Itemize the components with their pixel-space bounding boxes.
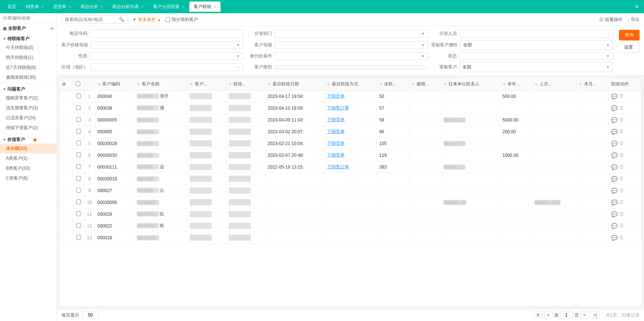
sidebar-item-hoarding-abnormal[interactable]: 囤购异常客户(2)	[0, 93, 57, 103]
row-last-method-cell[interactable]: 下销货单	[324, 138, 377, 149]
contact-chat-icon[interactable]: 💬	[611, 211, 617, 217]
current-page-input[interactable]	[560, 311, 573, 319]
row-checkbox-cell[interactable]	[73, 173, 84, 185]
customer-level-select[interactable]: ▼	[274, 41, 428, 49]
select-all-checkbox[interactable]	[75, 81, 80, 86]
col-this-month[interactable]: ⇅ 本月...	[577, 78, 609, 91]
col-last-contact-date[interactable]: ⇅ 最后联络日期	[265, 78, 324, 91]
contact-chat-icon[interactable]: 💬	[611, 176, 617, 182]
row-checkbox-cell[interactable]	[73, 185, 84, 197]
row-checkbox-cell[interactable]	[73, 126, 84, 138]
row-checkbox-cell[interactable]	[73, 102, 84, 114]
more-conditions-button[interactable]: ▼ 更多条件 ▲	[132, 17, 161, 23]
last-method-link[interactable]: 下销售订单	[327, 164, 349, 169]
first-page-button[interactable]: K	[534, 311, 543, 319]
col-customer-type[interactable]: ⇅ 客户...	[187, 78, 226, 91]
retail-attr-select[interactable]: 全部 ▼	[460, 40, 613, 50]
col-settings[interactable]: ⚙	[60, 78, 73, 91]
sidebar-item-class-b[interactable]: B类客户(33)	[0, 163, 57, 173]
row-checkbox-cell[interactable]	[73, 138, 84, 149]
sidebar-item-overdue-no-contact[interactable]: 逾期未联络(30)	[0, 73, 57, 82]
retail-customer-select[interactable]: 全部 ▼	[459, 62, 613, 72]
sidebar-item-churned[interactable]: 已流失客户(24)	[0, 113, 57, 123]
row-checkbox-cell[interactable]	[73, 220, 84, 232]
row-checkbox[interactable]	[76, 141, 81, 145]
contact-chat-icon[interactable]: 💬	[611, 188, 617, 194]
nature-select[interactable]: ▼	[89, 52, 243, 60]
sidebar-item-tomorrow-pending[interactable]: 明天待联络(1)	[0, 53, 57, 63]
sidebar-item-unclassified[interactable]: 未分组(32)	[0, 144, 57, 154]
contact-more-icon[interactable]: ⠿	[620, 176, 623, 182]
last-method-link[interactable]: 下销货单	[327, 129, 345, 134]
row-checkbox[interactable]	[76, 117, 81, 122]
next-page-button[interactable]: >	[580, 311, 589, 319]
contact-chat-icon[interactable]: 💬	[611, 141, 617, 147]
contact-more-icon[interactable]: ⠿	[620, 164, 623, 170]
row-checkbox-cell[interactable]	[73, 161, 84, 173]
last-page-button[interactable]: >|	[590, 311, 600, 319]
col-contact[interactable]: ⇅ 联络...	[226, 78, 265, 91]
tab-product-analysis-list-close[interactable]: ×	[141, 4, 143, 9]
col-customer-code[interactable]: ⇅ 客户编码	[95, 78, 135, 91]
col-no-contact-days[interactable]: ⇅ 未联...	[377, 78, 409, 91]
tab-product-analysis-close[interactable]: ×	[101, 4, 103, 9]
row-checkbox[interactable]	[76, 129, 81, 134]
last-method-link[interactable]: 下销货单	[327, 117, 345, 122]
sidebar-group-value[interactable]: ▼ 价值客户	[0, 135, 57, 144]
row-checkbox[interactable]	[76, 188, 81, 193]
row-last-method-cell[interactable]: 下销货单	[324, 126, 377, 138]
tab-customer-contact[interactable]: 客户联络 ×	[189, 1, 220, 12]
sidebar-item-declining[interactable]: 持续下滑客户(2)	[0, 123, 57, 133]
row-checkbox-cell[interactable]	[73, 232, 84, 244]
col-last-contact-method[interactable]: ⇅ 最后联络方式	[324, 78, 377, 91]
contact-more-icon[interactable]: ⠿	[620, 152, 623, 158]
contact-more-icon[interactable]: ⠿	[620, 105, 623, 111]
tab-sales[interactable]: 销售单 ×	[21, 1, 48, 12]
contact-more-icon[interactable]: ⠿	[620, 235, 623, 241]
row-checkbox-cell[interactable]	[73, 149, 84, 161]
row-checkbox[interactable]	[76, 164, 81, 169]
batch-operations-button[interactable]: ☑ 批量操作	[599, 17, 623, 23]
phone-input[interactable]	[89, 29, 243, 38]
row-last-method-cell[interactable]: 下销售订单	[324, 102, 377, 114]
contact-more-icon[interactable]: ⠿	[620, 188, 623, 194]
tab-home[interactable]: 首页	[3, 1, 21, 12]
tab-product-analysis[interactable]: 商品分析 ×	[76, 1, 107, 12]
contact-chat-icon[interactable]: 💬	[611, 105, 617, 111]
row-checkbox-cell[interactable]	[73, 197, 84, 208]
query-button[interactable]: 查询	[619, 30, 640, 40]
sidebar-group-pending[interactable]: ▼ 待联络客户	[0, 34, 57, 43]
row-last-method-cell[interactable]: 下销货单	[324, 114, 377, 126]
row-checkbox[interactable]	[76, 235, 81, 240]
col-last-month[interactable]: ⇅ 上月...	[532, 78, 576, 91]
contact-chat-icon[interactable]: 💬	[611, 164, 617, 170]
per-page-input[interactable]	[82, 311, 99, 319]
col-customer-name[interactable]: ⇅ 客户名称	[135, 78, 187, 91]
col-related-contacts[interactable]: ⇅ 往来单位联系人	[441, 78, 500, 91]
sidebar-item-churn-warning[interactable]: 流失预警客户(3)	[0, 103, 57, 113]
manager-select[interactable]: ···	[459, 30, 613, 38]
contact-more-icon[interactable]: ⠿	[620, 117, 623, 123]
row-last-method-cell[interactable]: 下销货单	[324, 149, 377, 161]
tab-customer-segment-close[interactable]: ×	[182, 4, 184, 9]
sidebar-item-7days-pending[interactable]: 近7天待联络(0)	[0, 63, 57, 73]
tab-sales-close[interactable]: ×	[41, 4, 43, 9]
export-button[interactable]: ↓ 导出	[627, 17, 640, 23]
tab-customer-segment[interactable]: 客户分层经客 ×	[149, 1, 189, 12]
last-method-link[interactable]: 下销货单	[327, 152, 345, 158]
contact-more-icon[interactable]: ⠿	[620, 200, 623, 205]
last-method-link[interactable]: 下销售订单	[327, 105, 349, 110]
row-checkbox[interactable]	[76, 94, 81, 98]
contact-chat-icon[interactable]: 💬	[611, 200, 617, 205]
reset-button[interactable]: 设置	[617, 42, 640, 53]
prev-page-button[interactable]: <	[544, 311, 553, 319]
row-checkbox[interactable]	[76, 105, 81, 110]
row-checkbox[interactable]	[76, 200, 81, 204]
contact-chat-icon[interactable]: 💬	[611, 129, 617, 135]
row-last-method-cell[interactable]: 下销售订单	[324, 161, 377, 173]
sidebar-item-class-c[interactable]: C类客户(6)	[0, 173, 57, 183]
contact-chat-icon[interactable]: 💬	[611, 117, 617, 123]
contact-chat-icon[interactable]: 💬	[611, 94, 617, 99]
settings-icon[interactable]: ⚙	[62, 82, 66, 87]
tab-purchase-close[interactable]: ×	[68, 4, 71, 9]
